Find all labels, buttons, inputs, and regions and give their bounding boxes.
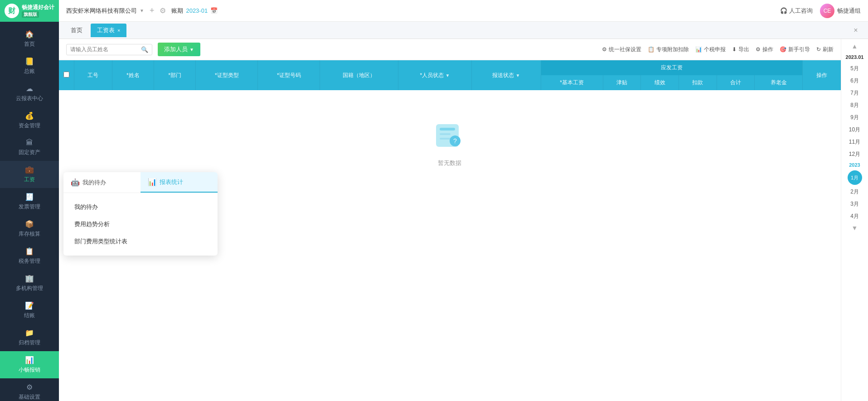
sidebar-item-8[interactable]: 📋税务管理 bbox=[0, 242, 59, 270]
sidebar-icon-1: 📒 bbox=[25, 57, 34, 66]
empty-illustration: ? bbox=[432, 117, 468, 154]
sidebar-item-7[interactable]: 📦库存核算 bbox=[0, 215, 59, 242]
action-icon-3: ⬇ bbox=[732, 46, 737, 53]
empty-state-text: 暂无数据 bbox=[438, 159, 461, 167]
th-report-status: 报送状态 ▼ bbox=[471, 60, 541, 90]
user-avatar: CE bbox=[820, 4, 834, 18]
popup-tabs: 🤖我的待办📊报表统计 bbox=[63, 172, 218, 193]
sidebar-icon-3: 💰 bbox=[25, 111, 34, 120]
th-pension: 养老金 bbox=[755, 75, 803, 90]
toolbar-actions: ⚙统一社保设置📋专项附加扣除📊个税申报⬇导出⚙操作🎯新手引导↻刷新 bbox=[602, 46, 834, 53]
period-value: 2023-01 bbox=[186, 7, 208, 14]
toolbar-action-2[interactable]: 📊个税申报 bbox=[695, 46, 726, 53]
timeline-prev-month-7[interactable]: 12月 bbox=[847, 148, 862, 160]
sidebar-label-11: 归档管理 bbox=[19, 339, 40, 347]
sidebar: 财 畅捷通好会计 旗舰版 🏠首页📒总账☁云报表中心💰资金管理🏛固定资产💼工资🧾发… bbox=[0, 0, 59, 401]
sidebar-item-9[interactable]: 🏢多机构管理 bbox=[0, 270, 59, 297]
period-selector[interactable]: 账期 2023-01 📅 bbox=[171, 7, 218, 15]
popup-overlay: 🤖我的待办📊报表统计 我的待办费用趋势分析部门费用类型统计表 bbox=[63, 172, 218, 256]
add-person-chevron-icon: ▼ bbox=[189, 47, 194, 52]
sidebar-label-0: 首页 bbox=[24, 40, 35, 48]
sidebar-item-13[interactable]: ⚙基础设置 bbox=[0, 378, 59, 401]
select-all-checkbox[interactable] bbox=[63, 72, 69, 77]
tab-home[interactable]: 首页 bbox=[64, 24, 89, 37]
sidebar-label-4: 固定资产 bbox=[19, 149, 40, 156]
sidebar-icon-7: 📦 bbox=[25, 220, 34, 228]
timeline-next-month-2[interactable]: 4月 bbox=[849, 210, 861, 222]
timeline-prev-months: 5月6月7月8月9月10月11月12月 bbox=[847, 63, 862, 160]
toolbar-action-3[interactable]: ⬇导出 bbox=[732, 46, 749, 53]
th-cert-no: *证型号码 bbox=[258, 60, 320, 90]
toolbar-action-6[interactable]: ↻刷新 bbox=[816, 46, 834, 53]
window-close-btn[interactable]: × bbox=[849, 24, 863, 37]
sidebar-label-8: 税务管理 bbox=[19, 257, 40, 265]
timeline-prev-month-2[interactable]: 7月 bbox=[847, 87, 862, 99]
popup-report-item-1[interactable]: 部门费用类型统计表 bbox=[71, 233, 210, 250]
toolbar-action-5[interactable]: 🎯新手引导 bbox=[780, 46, 810, 53]
popup-tab-label-0: 我的待办 bbox=[82, 179, 106, 187]
timeline-next-month-1[interactable]: 3月 bbox=[849, 198, 861, 210]
timeline-nav-down[interactable]: ▼ bbox=[849, 222, 860, 233]
tab-salary-label: 工资表 bbox=[97, 26, 115, 34]
sidebar-icon-12: 📊 bbox=[25, 356, 34, 364]
action-label-6: 刷新 bbox=[823, 46, 834, 53]
th-operation: 操作 bbox=[803, 60, 841, 90]
timeline-prev-month-4[interactable]: 9月 bbox=[847, 111, 862, 124]
timeline-prev-month-0[interactable]: 5月 bbox=[847, 63, 862, 75]
popup-tab-icon-1: 📊 bbox=[148, 178, 157, 186]
timeline-panel: ▲ 2023.01 5月6月7月8月9月10月11月12月 2023 1月 2月… bbox=[841, 39, 868, 401]
popup-pending-item-0[interactable]: 我的待办 bbox=[71, 198, 210, 216]
settings-icon[interactable]: ⚙ bbox=[160, 6, 166, 15]
user-profile[interactable]: CE 畅捷通组 bbox=[820, 4, 861, 18]
timeline-next-month-0[interactable]: 2月 bbox=[849, 186, 861, 198]
svg-text:?: ? bbox=[453, 137, 457, 145]
logo-icon: 财 bbox=[5, 4, 19, 18]
sidebar-item-0[interactable]: 🏠首页 bbox=[0, 25, 59, 53]
svg-rect-2 bbox=[440, 133, 451, 135]
popup-report-item-0[interactable]: 费用趋势分析 bbox=[71, 216, 210, 233]
popup-tab-1[interactable]: 📊报表统计 bbox=[141, 172, 218, 193]
company-selector[interactable]: 西安虾米网络科技有限公司 ▼ bbox=[66, 7, 144, 15]
tabs-bar: 首页 工资表 × × bbox=[59, 22, 868, 39]
sidebar-item-10[interactable]: 📝结账 bbox=[0, 297, 59, 324]
th-cert-type: *证型类型 bbox=[196, 60, 258, 90]
sidebar-item-12[interactable]: 📊小畅报销 bbox=[0, 351, 59, 378]
search-box[interactable]: 🔍 bbox=[66, 44, 152, 55]
app-logo: 财 畅捷通好会计 旗舰版 bbox=[0, 0, 59, 22]
timeline-prev-month-1[interactable]: 6月 bbox=[847, 75, 862, 87]
company-name: 西安虾米网络科技有限公司 bbox=[66, 7, 137, 15]
search-input[interactable] bbox=[70, 46, 138, 53]
popup-tab-icon-0: 🤖 bbox=[71, 178, 80, 187]
tab-close-icon[interactable]: × bbox=[117, 28, 120, 33]
sidebar-item-1[interactable]: 📒总账 bbox=[0, 53, 59, 80]
header-actions: 🎧 人工咨询 CE 畅捷通组 bbox=[780, 4, 861, 18]
sidebar-item-5[interactable]: 💼工资 bbox=[0, 161, 59, 188]
add-person-button[interactable]: 添加人员 ▼ bbox=[158, 43, 200, 56]
timeline-prev-month-6[interactable]: 11月 bbox=[847, 136, 862, 148]
sidebar-nav: 🏠首页📒总账☁云报表中心💰资金管理🏛固定资产💼工资🧾发票管理📦库存核算📋税务管理… bbox=[0, 22, 59, 401]
sidebar-item-2[interactable]: ☁云报表中心 bbox=[0, 80, 59, 107]
timeline-nav-up[interactable]: ▲ bbox=[849, 41, 860, 52]
support-btn[interactable]: 🎧 人工咨询 bbox=[780, 7, 813, 15]
tab-home-label: 首页 bbox=[71, 26, 82, 34]
add-period-btn[interactable]: + bbox=[150, 6, 155, 15]
toolbar: 🔍 添加人员 ▼ ⚙统一社保设置📋专项附加扣除📊个税申报⬇导出⚙操作🎯新手引导↻… bbox=[59, 39, 841, 60]
timeline-current-month[interactable]: 1月 bbox=[848, 170, 862, 185]
timeline-prev-month-3[interactable]: 8月 bbox=[847, 99, 862, 111]
sidebar-label-2: 云报表中心 bbox=[16, 95, 43, 102]
tab-salary[interactable]: 工资表 × bbox=[91, 24, 126, 37]
sidebar-item-11[interactable]: 📁归档管理 bbox=[0, 324, 59, 351]
popup-body: 我的待办费用趋势分析部门费用类型统计表 bbox=[63, 193, 218, 256]
toolbar-action-4[interactable]: ⚙操作 bbox=[756, 46, 773, 53]
timeline-prev-month-5[interactable]: 10月 bbox=[847, 124, 862, 136]
popup-tab-0[interactable]: 🤖我的待办 bbox=[63, 172, 141, 193]
sidebar-label-9: 多机构管理 bbox=[16, 285, 43, 292]
sidebar-item-4[interactable]: 🏛固定资产 bbox=[0, 134, 59, 161]
sidebar-label-1: 总账 bbox=[24, 68, 35, 75]
toolbar-action-0[interactable]: ⚙统一社保设置 bbox=[602, 46, 641, 53]
sidebar-icon-5: 💼 bbox=[25, 165, 34, 174]
sidebar-item-6[interactable]: 🧾发票管理 bbox=[0, 188, 59, 215]
toolbar-action-1[interactable]: 📋专项附加扣除 bbox=[648, 46, 689, 53]
action-icon-2: 📊 bbox=[695, 46, 702, 53]
sidebar-item-3[interactable]: 💰资金管理 bbox=[0, 107, 59, 134]
